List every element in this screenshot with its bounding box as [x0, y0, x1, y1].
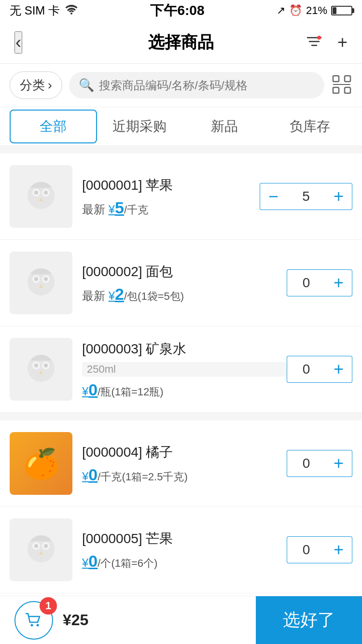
- svg-point-30: [34, 544, 38, 548]
- svg-rect-8: [345, 87, 350, 93]
- status-bar: 无 SIM 卡 下午6:08 ↗ ⏰ 21%: [0, 0, 362, 21]
- product-price: ¥0/千克(1箱=2.5千克): [82, 465, 287, 484]
- quantity-input[interactable]: [287, 183, 325, 210]
- product-thumbnail: [10, 338, 72, 401]
- quantity-input[interactable]: [287, 269, 325, 296]
- product-info: [0000005] 芒果 ¥0/个(1箱=6个): [82, 530, 287, 571]
- category-arrow-icon: ›: [48, 78, 52, 93]
- battery-percent: 21%: [306, 4, 327, 17]
- product-thumbnail: [10, 252, 72, 314]
- location-icon: ↗: [277, 4, 285, 17]
- tab-new[interactable]: 新品: [182, 110, 267, 143]
- product-thumbnail: [10, 165, 72, 228]
- product-name: [0000003] 矿泉水: [82, 340, 287, 358]
- filter-icon: [306, 33, 323, 50]
- orange-image: 🍊: [10, 432, 72, 495]
- list-item: [0000005] 芒果 ¥0/个(1箱=6个) +: [0, 507, 362, 593]
- product-name: [0000004] 橘子: [82, 443, 287, 462]
- owl-logo-icon: [22, 531, 60, 569]
- product-name: [0000002] 面包: [82, 263, 287, 281]
- nav-right: +: [306, 32, 348, 53]
- quantity-control: +: [287, 269, 352, 296]
- category-button[interactable]: 分类 ›: [10, 71, 62, 99]
- quantity-control: − +: [260, 183, 352, 210]
- svg-rect-5: [333, 87, 339, 93]
- product-info: [0000004] 橘子 ¥0/千克(1箱=2.5千克): [82, 443, 287, 484]
- product-thumbnail: [10, 518, 72, 581]
- product-name: [0000005] 芒果: [82, 530, 287, 548]
- svg-rect-4: [333, 76, 339, 82]
- svg-point-13: [44, 191, 48, 195]
- increase-button[interactable]: +: [325, 450, 352, 477]
- list-item: [0000002] 面包 最新 ¥2/包(1袋=5包) +: [0, 240, 362, 326]
- category-label: 分类: [20, 77, 45, 94]
- search-input[interactable]: [99, 79, 315, 92]
- quantity-control: +: [287, 536, 352, 563]
- divider-1: [0, 146, 362, 154]
- svg-point-45: [31, 624, 33, 626]
- svg-point-46: [37, 624, 39, 626]
- list-item: [0000001] 苹果 最新 ¥5/千克 − +: [0, 154, 362, 240]
- svg-point-18: [34, 277, 38, 281]
- svg-point-25: [44, 364, 48, 367]
- product-spec: 250ml: [82, 362, 287, 377]
- cart-total: ¥25: [63, 611, 88, 629]
- product-name: [0000001] 苹果: [82, 176, 260, 195]
- product-price: ¥0/个(1箱=6个): [82, 552, 287, 571]
- increase-button[interactable]: +: [325, 183, 352, 210]
- product-info: [0000002] 面包 最新 ¥2/包(1袋=5包): [82, 263, 287, 304]
- quantity-input[interactable]: [287, 450, 325, 477]
- product-price: 最新 ¥2/包(1袋=5包): [82, 285, 287, 304]
- add-button[interactable]: +: [337, 32, 348, 53]
- divider-2: [0, 413, 362, 420]
- cart-icon-wrap[interactable]: 1: [14, 601, 53, 640]
- alarm-icon: ⏰: [289, 4, 302, 17]
- nav-left: ‹: [14, 31, 22, 54]
- decrease-button[interactable]: −: [260, 183, 287, 210]
- status-left: 无 SIM 卡: [10, 3, 78, 18]
- cart-badge: 1: [40, 597, 57, 615]
- quantity-input[interactable]: [287, 536, 325, 563]
- search-icon: 🔍: [79, 78, 94, 93]
- svg-point-3: [317, 36, 321, 40]
- increase-button[interactable]: +: [325, 536, 352, 563]
- wifi-icon: [65, 4, 78, 17]
- carrier-label: 无 SIM 卡: [10, 3, 60, 18]
- svg-point-24: [34, 364, 38, 367]
- confirm-button[interactable]: 选好了: [256, 596, 362, 644]
- owl-logo-icon: [22, 264, 60, 302]
- owl-logo-icon: [22, 177, 60, 216]
- product-info: [0000003] 矿泉水 250ml ¥0/瓶(1箱=12瓶): [82, 340, 287, 399]
- owl-logo-icon: [22, 350, 60, 389]
- product-thumbnail: 🍊: [10, 432, 72, 495]
- quantity-control: +: [287, 450, 352, 477]
- product-price: 最新 ¥5/千克: [82, 198, 260, 217]
- quantity-control: +: [287, 356, 352, 383]
- scan-button[interactable]: [331, 74, 352, 97]
- bottom-bar: 1 ¥25 选好了: [0, 596, 362, 644]
- status-right: ↗ ⏰ 21%: [277, 4, 352, 17]
- search-box: 🔍: [69, 72, 324, 98]
- increase-button[interactable]: +: [325, 269, 352, 296]
- svg-rect-6: [345, 76, 350, 82]
- svg-point-19: [44, 277, 48, 281]
- back-button[interactable]: ‹: [14, 31, 22, 54]
- quantity-input[interactable]: [287, 356, 325, 383]
- list-item: [0000003] 矿泉水 250ml ¥0/瓶(1箱=12瓶) +: [0, 326, 362, 413]
- tab-negative[interactable]: 负库存: [267, 110, 353, 143]
- status-time: 下午6:08: [150, 1, 204, 20]
- svg-point-31: [44, 544, 48, 548]
- list-item: 🍊 [0000004] 橘子 ¥0/千克(1箱=2.5千克) +: [0, 420, 362, 507]
- battery-icon: [331, 6, 352, 15]
- filter-button[interactable]: [306, 33, 323, 52]
- filter-bar: 分类 › 🔍: [0, 64, 362, 107]
- tab-recent[interactable]: 近期采购: [97, 110, 182, 143]
- product-info: [0000001] 苹果 最新 ¥5/千克: [82, 176, 260, 217]
- cart-area: 1 ¥25: [0, 601, 103, 640]
- scan-icon: [331, 74, 352, 95]
- page-title: 选择商品: [148, 31, 214, 54]
- product-price: ¥0/瓶(1箱=12瓶): [82, 380, 287, 399]
- tab-all[interactable]: 全部: [10, 110, 97, 143]
- increase-button[interactable]: +: [325, 356, 352, 383]
- nav-bar: ‹ 选择商品 +: [0, 21, 362, 64]
